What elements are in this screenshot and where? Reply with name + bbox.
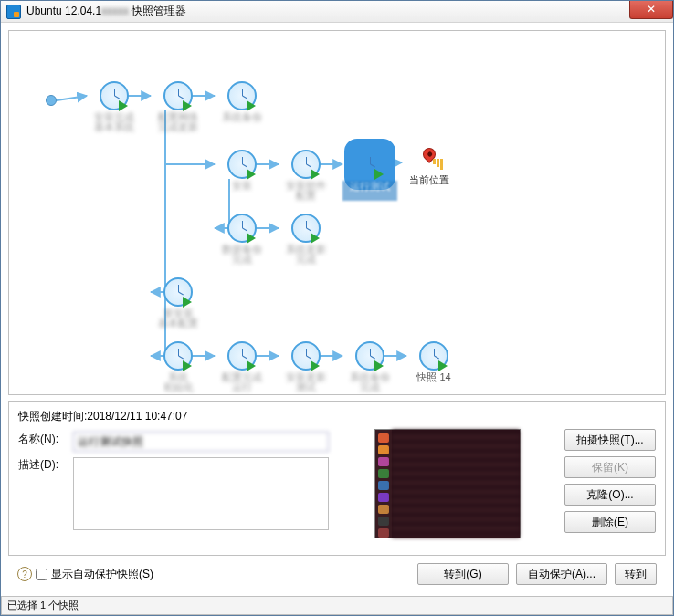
status-bar: 已选择 1 个快照 xyxy=(1,596,673,615)
launcher-icon xyxy=(378,505,389,514)
snapshot-label: 安装软件 配置 xyxy=(279,181,333,201)
snapshot-clock-icon xyxy=(291,341,321,371)
launcher-icon xyxy=(378,481,389,490)
snapshot-clock-icon xyxy=(355,341,384,371)
snapshot-clock-icon xyxy=(291,214,321,243)
snapshot-clock-icon xyxy=(100,81,129,110)
description-label: 描述(D): xyxy=(18,457,73,473)
keep-button[interactable]: 保留(K) xyxy=(564,456,656,478)
snapshot-node[interactable]: 运行测试 xyxy=(342,150,397,201)
snapshot-node[interactable]: 安装 xyxy=(215,150,269,201)
snapshot-label: 安装更新 测试 xyxy=(279,372,333,392)
snapshot-label: 系统备份 完成 xyxy=(342,372,397,392)
content-area: 安装完成 基本系统配置网络 完成更新系统备份安装安装软件 配置运行测试当前位置数… xyxy=(1,23,673,594)
snapshot-tree-pane[interactable]: 安装完成 基本系统配置网络 完成更新系统备份安装安装软件 配置运行测试当前位置数… xyxy=(8,30,666,395)
show-autoprotect-checkbox[interactable] xyxy=(36,569,47,580)
launcher-icon xyxy=(378,457,389,466)
name-label: 名称(N): xyxy=(18,432,73,447)
current-location-marker[interactable]: 当前位置 xyxy=(402,148,457,187)
snapshot-node[interactable]: 快照 14 xyxy=(406,341,461,392)
goto-button[interactable]: 转到(G) xyxy=(417,563,509,585)
snapshot-clock-icon xyxy=(291,150,321,179)
snapshot-label: 安装完成 基本系统 xyxy=(87,112,142,132)
snapshot-node[interactable]: 数据备份 完成 xyxy=(215,214,269,265)
close-button[interactable]: ✕ xyxy=(629,1,673,19)
clone-button[interactable]: 克隆(O)... xyxy=(564,484,656,506)
window-title: Ubuntu 12.04.1xxxxx 快照管理器 xyxy=(26,4,186,19)
snapshot-description-input[interactable] xyxy=(73,457,329,530)
svg-line-0 xyxy=(57,96,87,100)
snapshot-label: 运行测试 xyxy=(342,181,397,201)
snapshot-clock-icon xyxy=(163,81,193,110)
snapshot-clock-icon xyxy=(227,150,257,179)
bottom-toolbar: ? 显示自动保护快照(S) 转到(G) 自动保护(A)... 转到 xyxy=(8,561,666,587)
snapshot-node[interactable]: 系统更新 完成 xyxy=(279,214,333,265)
thumbnail-launcher xyxy=(375,430,392,538)
snapshot-node[interactable]: 系统 初始化 xyxy=(151,341,205,392)
delete-button[interactable]: 删除(E) xyxy=(564,511,656,533)
launcher-icon xyxy=(378,445,389,454)
launcher-icon xyxy=(378,493,389,502)
snapshot-label: 快照 14 xyxy=(406,372,461,392)
snapshot-label: 系统 初始化 xyxy=(151,372,205,392)
snapshot-details-panel: 快照创建时间:2018/12/11 10:47:07 名称(N): 描述(D):… xyxy=(8,401,666,556)
snapshot-node[interactable]: 系统备份 xyxy=(215,81,269,132)
snapshot-clock-icon xyxy=(163,277,193,307)
snapshot-label: 配置网络 完成更新 xyxy=(151,112,205,132)
current-location-label: 当前位置 xyxy=(402,173,457,187)
thumbnail-body xyxy=(392,430,520,538)
snapshot-clock-icon xyxy=(227,341,257,371)
snapshot-node[interactable]: 系统备份 完成 xyxy=(342,341,397,392)
snapshot-node[interactable]: 新安装 基本配置 xyxy=(151,277,205,329)
take-snapshot-button[interactable]: 拍摄快照(T)... xyxy=(564,429,656,451)
launcher-icon xyxy=(378,528,389,538)
snapshot-label: 数据备份 完成 xyxy=(215,245,269,265)
tree-root[interactable] xyxy=(46,95,57,106)
snapshot-name-input[interactable] xyxy=(73,432,329,452)
show-autoprotect-label: 显示自动保护快照(S) xyxy=(51,567,153,582)
help-icon[interactable]: ? xyxy=(17,567,32,581)
snapshot-node[interactable]: 安装完成 基本系统 xyxy=(87,81,142,132)
autoprotect-button[interactable]: 自动保护(A)... xyxy=(516,563,607,585)
snapshot-clock-icon xyxy=(227,214,257,243)
pin-icon xyxy=(421,148,437,173)
goto-right-button[interactable]: 转到 xyxy=(615,563,657,585)
launcher-icon xyxy=(378,433,389,443)
snapshot-node[interactable]: 配置完成 运行 xyxy=(215,341,269,392)
action-buttons-column: 拍摄快照(T)... 保留(K) 克隆(O)... 删除(E) xyxy=(564,429,656,533)
titlebar[interactable]: Ubuntu 12.04.1xxxxx 快照管理器 ✕ xyxy=(1,1,673,23)
snapshot-node[interactable]: 配置网络 完成更新 xyxy=(151,81,205,132)
created-time-label: 快照创建时间:2018/12/11 10:47:07 xyxy=(18,409,656,424)
launcher-icon xyxy=(378,517,389,526)
launcher-icon xyxy=(378,469,389,478)
app-icon xyxy=(6,5,21,19)
snapshot-clock-icon xyxy=(419,341,448,371)
snapshot-label: 配置完成 运行 xyxy=(215,372,269,392)
snapshot-label: 新安装 基本配置 xyxy=(151,308,205,329)
snapshot-clock-icon xyxy=(355,150,384,179)
snapshot-clock-icon xyxy=(227,81,257,110)
snapshot-node[interactable]: 安装软件 配置 xyxy=(279,150,333,201)
snapshot-label: 系统更新 完成 xyxy=(279,245,333,265)
snapshot-label: 系统备份 xyxy=(215,112,269,132)
snapshot-label: 安装 xyxy=(215,181,269,201)
snapshot-manager-window: Ubuntu 12.04.1xxxxx 快照管理器 ✕ 安装完成 基本系统配置网… xyxy=(0,0,674,616)
snapshot-clock-icon xyxy=(163,341,193,371)
snapshot-thumbnail xyxy=(374,429,521,538)
snapshot-node[interactable]: 安装更新 测试 xyxy=(279,341,333,392)
